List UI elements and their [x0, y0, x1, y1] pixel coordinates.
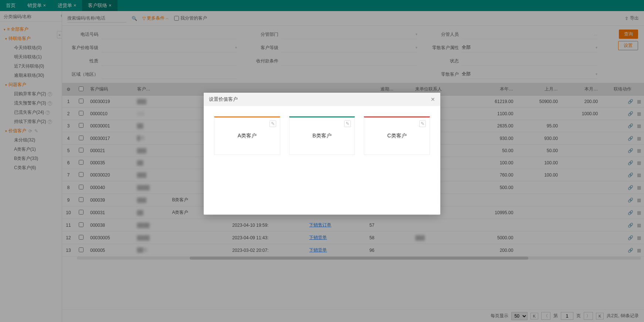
value-customer-modal: 设置价值客户 ✕ ✎ A类客户 ✎ B类客户 ✎ C类客户: [204, 93, 440, 215]
card-a-label: A类客户: [238, 133, 257, 139]
card-a-customer[interactable]: ✎ A类客户: [214, 116, 280, 155]
card-b-label: B类客户: [312, 133, 331, 139]
modal-title: 设置价值客户: [209, 96, 238, 103]
edit-icon[interactable]: ✎: [344, 120, 351, 127]
card-b-customer[interactable]: ✎ B类客户: [289, 116, 355, 155]
card-c-customer[interactable]: ✎ C类客户: [364, 116, 430, 155]
edit-icon[interactable]: ✎: [270, 120, 276, 127]
edit-icon[interactable]: ✎: [419, 120, 426, 127]
close-icon[interactable]: ✕: [431, 96, 435, 102]
card-c-label: C类客户: [387, 133, 407, 139]
